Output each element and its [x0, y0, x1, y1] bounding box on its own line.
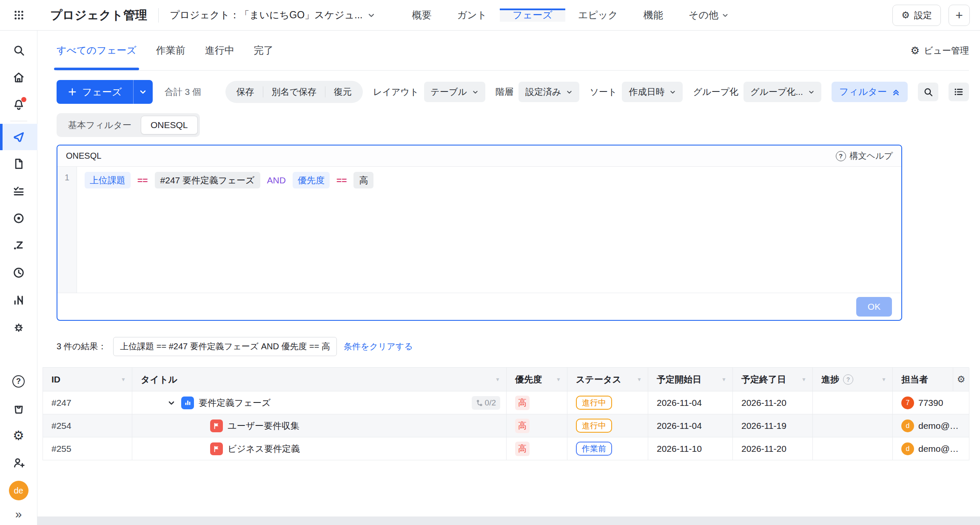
- assignee-cell[interactable]: d demo@on...: [893, 414, 969, 437]
- issue-id-cell[interactable]: #247: [43, 391, 132, 414]
- sidebar-item-goals[interactable]: [0, 205, 37, 232]
- nav-tab-gantt[interactable]: ガント: [444, 9, 500, 22]
- sidebar-item-notifications[interactable]: [0, 91, 37, 118]
- clear-conditions-link[interactable]: 条件をクリアする: [344, 341, 413, 352]
- nav-tab-overview[interactable]: 概要: [399, 9, 444, 22]
- priority-cell[interactable]: 高: [507, 414, 567, 437]
- sidebar-item-analytics[interactable]: [0, 286, 37, 314]
- filter-triangle-icon[interactable]: ▼: [801, 377, 806, 382]
- sidebar-item-history[interactable]: [0, 259, 37, 286]
- issue-title-cell[interactable]: ユーザー要件収集: [132, 414, 507, 437]
- user-avatar[interactable]: de: [9, 481, 28, 500]
- status-cell[interactable]: 作業前: [567, 437, 648, 460]
- restore-button[interactable]: 復元: [325, 86, 360, 98]
- issue-id-cell[interactable]: #254: [43, 414, 132, 437]
- table-row[interactable]: #247 要件定義フェーズ 0/2 高 進行中 2026-11: [43, 391, 969, 414]
- app-grid-button[interactable]: [0, 9, 37, 21]
- issue-title[interactable]: 要件定義フェーズ: [199, 397, 271, 409]
- project-selector[interactable]: プロジェクト：「まいにちGO」スケジュ...: [170, 9, 376, 22]
- progress-cell[interactable]: [813, 437, 893, 460]
- issue-title-cell[interactable]: 要件定義フェーズ 0/2: [132, 391, 507, 414]
- start-date-cell[interactable]: 2026-11-10: [648, 437, 733, 460]
- filter-triangle-icon[interactable]: ▼: [121, 377, 126, 382]
- start-date-cell[interactable]: 2026-11-04: [648, 414, 733, 437]
- column-header-id[interactable]: ID▼: [43, 368, 132, 391]
- table-row[interactable]: #254 ユーザー要件収集 高 進行中 2026-11-04 2026-11-1…: [43, 414, 969, 437]
- add-phase-button[interactable]: フェーズ: [57, 80, 133, 104]
- sidebar-item-tasks[interactable]: [0, 177, 37, 205]
- filter-triangle-icon[interactable]: ▼: [495, 377, 500, 382]
- table-row[interactable]: #255 ビジネス要件定義 高 作業前 2026-11-10 2026-11-2…: [43, 437, 969, 460]
- save-button[interactable]: 保存: [228, 86, 263, 98]
- filter-triangle-icon[interactable]: ▼: [637, 377, 642, 382]
- search-issues-button[interactable]: [918, 83, 938, 101]
- view-tab-done[interactable]: 完了: [254, 31, 273, 70]
- column-list-button[interactable]: [949, 83, 969, 101]
- progress-cell[interactable]: [813, 391, 893, 414]
- column-settings-button[interactable]: ⚙: [953, 368, 969, 391]
- add-phase-dropdown-button[interactable]: [133, 80, 153, 104]
- issue-title[interactable]: ユーザー要件収集: [228, 420, 299, 432]
- view-tab-before-work[interactable]: 作業前: [156, 31, 185, 70]
- assignee-cell[interactable]: d demo@on...: [893, 437, 969, 460]
- layout-select[interactable]: テーブル: [424, 82, 485, 102]
- end-date-cell[interactable]: 2026-11-19: [733, 414, 813, 437]
- sidebar-item-home[interactable]: [0, 64, 37, 91]
- column-header-assignee[interactable]: 担当者: [893, 368, 953, 391]
- sort-select[interactable]: 作成日時: [622, 82, 683, 102]
- status-cell[interactable]: 進行中: [567, 414, 648, 437]
- sidebar-item-help[interactable]: ?: [0, 368, 37, 395]
- onesql-tab[interactable]: ONESQL: [141, 116, 198, 134]
- column-header-start-date[interactable]: 予定開始日▼: [648, 368, 733, 391]
- sidebar-item-settings[interactable]: ⚙: [0, 422, 37, 449]
- sidebar-item-invite[interactable]: [0, 449, 37, 476]
- onesql-code-input[interactable]: 上位課題 == #247 要件定義フェーズ AND 優先度 == 高: [77, 167, 901, 293]
- subitem-count-badge[interactable]: 0/2: [472, 396, 500, 410]
- sidebar-item-wiki[interactable]: [0, 150, 37, 177]
- column-header-priority[interactable]: 優先度▼: [507, 368, 567, 391]
- chevron-down-icon[interactable]: [166, 399, 177, 407]
- nav-tab-phase[interactable]: フェーズ: [500, 9, 565, 22]
- priority-cell[interactable]: 高: [507, 391, 567, 414]
- issue-title-cell[interactable]: ビジネス要件定義: [132, 437, 507, 460]
- filter-triangle-icon[interactable]: ▼: [881, 377, 886, 382]
- sidebar-item-marketplace[interactable]: [0, 395, 37, 422]
- column-header-title[interactable]: タイトル▼: [132, 368, 507, 391]
- group-select[interactable]: グループ化...: [744, 82, 821, 102]
- view-manage-button[interactable]: ⚙ ビュー管理: [911, 45, 969, 57]
- progress-cell[interactable]: [813, 414, 893, 437]
- ok-button[interactable]: OK: [856, 297, 892, 317]
- nav-tab-epic[interactable]: エピック: [565, 9, 631, 22]
- column-header-end-date[interactable]: 予定終了日▼: [733, 368, 813, 391]
- sort-control: ソート 作成日時: [590, 82, 683, 102]
- sidebar-item-testcase[interactable]: [0, 314, 37, 341]
- column-header-progress[interactable]: 進捗?▼: [813, 368, 893, 391]
- create-button[interactable]: +: [949, 5, 970, 26]
- nav-tab-feature[interactable]: 機能: [631, 9, 676, 22]
- view-tab-in-progress[interactable]: 進行中: [205, 31, 234, 70]
- filter-triangle-icon[interactable]: ▼: [721, 377, 726, 382]
- assignee-cell[interactable]: 7 77390: [893, 391, 969, 414]
- issue-title[interactable]: ビジネス要件定義: [228, 443, 300, 455]
- end-date-cell[interactable]: 2026-11-20: [733, 391, 813, 414]
- status-cell[interactable]: 進行中: [567, 391, 648, 414]
- hierarchy-select[interactable]: 設定済み: [518, 82, 580, 102]
- syntax-help-link[interactable]: ? 構文ヘルプ: [836, 150, 893, 162]
- basic-filter-tab[interactable]: 基本フィルター: [59, 115, 141, 135]
- sidebar-item-sprint[interactable]: [0, 232, 37, 259]
- filter-toggle-button[interactable]: フィルター: [832, 82, 908, 102]
- sidebar-collapse-button[interactable]: »: [0, 504, 37, 525]
- start-date-cell[interactable]: 2026-11-04: [648, 391, 733, 414]
- filter-triangle-icon[interactable]: ▼: [556, 377, 561, 382]
- issue-id-cell[interactable]: #255: [43, 437, 132, 460]
- sidebar-item-search[interactable]: [0, 37, 37, 64]
- priority-cell[interactable]: 高: [507, 437, 567, 460]
- column-header-status[interactable]: ステータス▼: [567, 368, 648, 391]
- nav-tab-more[interactable]: その他: [676, 9, 741, 22]
- sidebar-item-project[interactable]: [0, 124, 37, 150]
- project-settings-button[interactable]: ⚙ 設定: [892, 5, 941, 26]
- end-date-cell[interactable]: 2026-11-20: [733, 437, 813, 460]
- save-as-button[interactable]: 別名で保存: [263, 86, 325, 98]
- bottom-scrollbar-track[interactable]: [37, 516, 980, 525]
- view-tab-all-phases[interactable]: すべてのフェーズ: [57, 31, 137, 70]
